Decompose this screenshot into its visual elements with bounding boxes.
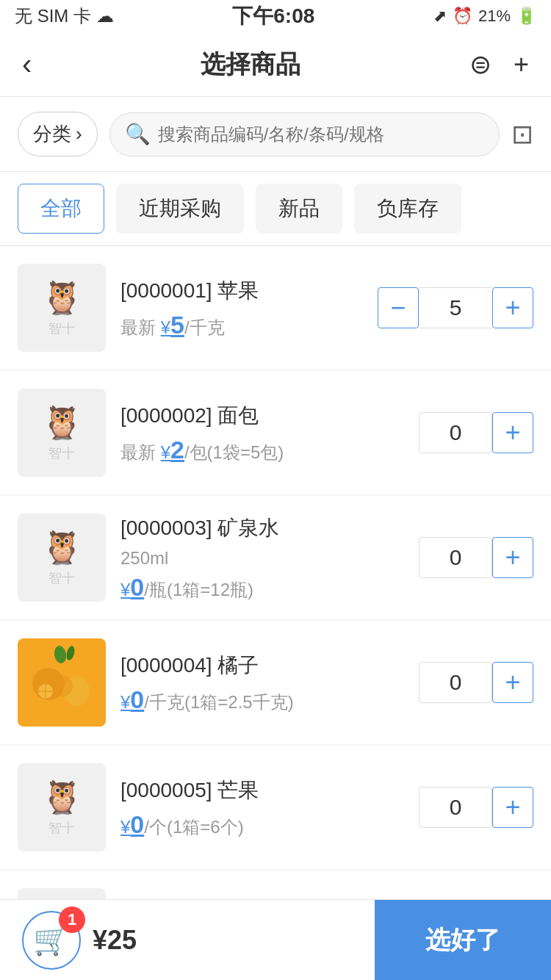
quantity-input[interactable]: [419, 662, 492, 703]
product-info: [0000004] 橘子 ¥0/千克(1箱=2.5千克): [120, 652, 404, 714]
search-input[interactable]: [158, 124, 484, 145]
add-icon[interactable]: +: [514, 49, 529, 80]
search-box[interactable]: 🔍: [109, 112, 500, 156]
status-time: 下午6:08: [232, 2, 314, 30]
quantity-control: +: [419, 537, 533, 578]
category-button[interactable]: 分类 ›: [18, 112, 98, 156]
tab-bar: 全部 近期采购 新品 负库存: [0, 172, 551, 246]
product-name: [0000005] 芒果: [120, 777, 404, 804]
list-item: 🦉 智十 [0000005] 芒果 ¥0/个(1箱=6个) +: [0, 746, 551, 869]
alarm-icon: ⏰: [453, 7, 472, 26]
tab-all[interactable]: 全部: [18, 184, 104, 234]
product-image: 🦉 智十: [18, 264, 106, 352]
product-price: ¥0/千克(1箱=2.5千克): [120, 685, 404, 714]
product-image-svg: [18, 638, 106, 727]
location-icon: ⬈: [433, 7, 447, 26]
status-bar: 无 SIM 卡 ☁ 下午6:08 ⬈ ⏰ 21% 🔋: [0, 0, 551, 32]
product-info: [0000005] 芒果 ¥0/个(1箱=6个): [120, 777, 404, 839]
product-name: [0000004] 橘子: [120, 652, 404, 680]
product-image: 🦉 智十: [18, 514, 106, 602]
quantity-minus-button[interactable]: −: [378, 287, 419, 328]
quantity-plus-button[interactable]: +: [492, 537, 533, 578]
signal-text: 无 SIM 卡 ☁: [15, 4, 114, 28]
status-left: 无 SIM 卡 ☁: [15, 4, 114, 28]
quantity-plus-button[interactable]: +: [492, 662, 533, 703]
page-title: 选择商品: [201, 48, 300, 82]
search-icon: 🔍: [125, 122, 151, 146]
cart-total: ¥25: [93, 925, 137, 956]
product-price: ¥0/瓶(1箱=12瓶): [120, 573, 404, 602]
product-list: 🦉 智十 [0000001] 苹果 最新 ¥5/千克 − + 🦉 智十 [000…: [0, 246, 551, 980]
filter-bar: 分类 › 🔍 ⊡: [0, 97, 551, 172]
list-item: [0000004] 橘子 ¥0/千克(1箱=2.5千克) +: [0, 621, 551, 744]
tab-recent[interactable]: 近期采购: [116, 184, 244, 234]
quantity-plus-button[interactable]: +: [492, 787, 533, 828]
quantity-input[interactable]: [419, 787, 492, 828]
quantity-control: − +: [378, 287, 533, 328]
tab-negative-stock[interactable]: 负库存: [354, 184, 461, 234]
tab-new[interactable]: 新品: [256, 184, 342, 234]
svg-point-3: [51, 675, 73, 697]
product-name: [0000002] 面包: [120, 402, 404, 430]
product-price: 最新 ¥2/包(1袋=5包): [120, 436, 404, 464]
quantity-control: +: [419, 662, 533, 703]
product-info: [0000003] 矿泉水 250ml ¥0/瓶(1箱=12瓶): [120, 514, 404, 602]
quantity-input[interactable]: [419, 412, 492, 453]
list-item: 🦉 智十 [0000001] 苹果 最新 ¥5/千克 − +: [0, 246, 551, 370]
scan-icon[interactable]: ⊡: [511, 119, 533, 150]
quantity-control: +: [419, 787, 533, 828]
category-chevron-icon: ›: [76, 123, 82, 145]
category-label: 分类: [33, 121, 71, 147]
bottom-bar: 🛒 1 ¥25 选好了: [0, 899, 551, 980]
filter-icon[interactable]: ⊜: [469, 49, 491, 80]
quantity-input[interactable]: [419, 287, 492, 328]
product-spec: 250ml: [120, 548, 404, 569]
product-image: 🦉 智十: [18, 763, 106, 851]
confirm-button[interactable]: 选好了: [375, 900, 551, 981]
status-right: ⬈ ⏰ 21% 🔋: [433, 7, 536, 26]
quantity-control: +: [419, 412, 533, 453]
cart-section: 🛒 1 ¥25: [0, 911, 375, 970]
battery-text: 21%: [478, 7, 511, 26]
quantity-plus-button[interactable]: +: [492, 287, 533, 328]
quantity-plus-button[interactable]: +: [492, 412, 533, 453]
back-button[interactable]: ‹: [22, 48, 32, 81]
product-info: [0000002] 面包 最新 ¥2/包(1袋=5包): [120, 402, 404, 464]
product-image: [18, 638, 106, 727]
quantity-input[interactable]: [419, 537, 492, 578]
nav-actions: ⊜ +: [469, 49, 529, 80]
product-price: ¥0/个(1箱=6个): [120, 810, 404, 839]
list-item: 🦉 智十 [0000002] 面包 最新 ¥2/包(1袋=5包) +: [0, 371, 551, 494]
product-name: [0000003] 矿泉水: [120, 514, 404, 542]
product-image: 🦉 智十: [18, 389, 106, 477]
list-item: 🦉 智十 [0000003] 矿泉水 250ml ¥0/瓶(1箱=12瓶) +: [0, 496, 551, 619]
nav-bar: ‹ 选择商品 ⊜ +: [0, 32, 551, 97]
product-name: [0000001] 苹果: [120, 277, 363, 305]
product-price: 最新 ¥5/千克: [120, 311, 363, 339]
product-info: [0000001] 苹果 最新 ¥5/千克: [120, 277, 363, 339]
cart-icon-button[interactable]: 🛒 1: [22, 911, 81, 970]
battery-icon: 🔋: [516, 7, 536, 26]
cart-badge: 1: [59, 907, 85, 933]
